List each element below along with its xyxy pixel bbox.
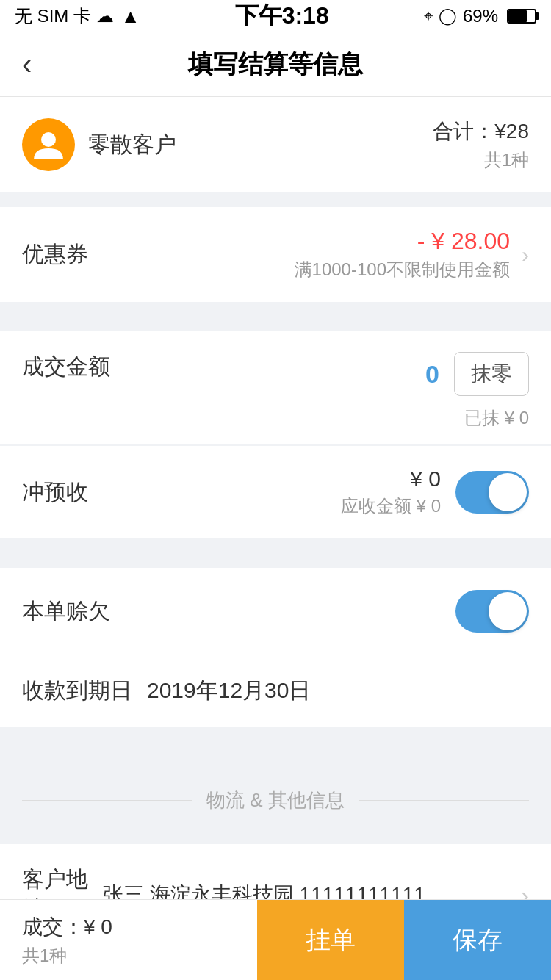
due-date-card: 收款到期日 2019年12月30日 [0, 655, 551, 727]
round-zero-button[interactable]: 抹零 [454, 352, 529, 396]
coupon-amount: - ¥ 28.00 [295, 228, 510, 255]
customer-card: 零散客户 合计：¥28 共1种 [0, 97, 551, 192]
toggle-knob [489, 473, 527, 511]
section-divider-4 [0, 829, 551, 844]
battery-percent: 69% [463, 6, 498, 26]
coupon-right: - ¥ 28.00 满1000-100不限制使用金额 › [295, 228, 529, 281]
due-date-value: 2019年12月30日 [147, 676, 311, 706]
customer-row: 零散客户 合计：¥28 共1种 [0, 97, 551, 192]
battery-icon [507, 9, 536, 24]
customer-name: 零散客户 [88, 130, 176, 160]
coupon-label: 优惠券 [22, 239, 88, 270]
status-left: 无 SIM 卡 ☁ ▲ [15, 4, 140, 28]
customer-totals: 合计：¥28 共1种 [433, 118, 529, 172]
prepay-values: ¥ 0 应收金额 ¥ 0 [341, 466, 441, 518]
bottom-bar: 成交：¥ 0 共1种 挂单 保存 [0, 899, 551, 980]
credit-toggle-knob [489, 592, 527, 630]
coupon-row[interactable]: 优惠券 - ¥ 28.00 满1000-100不限制使用金额 › [0, 207, 551, 302]
location-icon: ⌖ [424, 7, 433, 26]
customer-avatar [22, 118, 75, 171]
prepay-toggle[interactable] [455, 471, 529, 514]
logistics-title: 物流 & 其他信息 [192, 788, 359, 813]
transaction-value[interactable]: 0 [395, 360, 439, 389]
credit-card: 本单赊欠 [0, 568, 551, 655]
bottom-deal-amount: 成交：¥ 0 [22, 913, 235, 941]
page-title: 填写结算等信息 [188, 48, 363, 82]
hold-button[interactable]: 挂单 [257, 900, 404, 981]
coupon-values: - ¥ 28.00 满1000-100不限制使用金额 [295, 228, 510, 281]
person-icon [30, 126, 67, 163]
customer-left: 零散客户 [22, 118, 176, 171]
bottom-summary: 成交：¥ 0 共1种 [0, 913, 257, 968]
due-date-row[interactable]: 收款到期日 2019年12月30日 [0, 655, 551, 727]
due-date-label: 收款到期日 [22, 676, 132, 706]
status-time: 下午3:18 [235, 0, 329, 32]
section-divider-3 [0, 741, 551, 771]
section-divider-1 [0, 317, 551, 331]
total-count: 共1种 [433, 148, 529, 172]
content: 零散客户 合计：¥28 共1种 优惠券 - ¥ 28.00 满1000-100不… [0, 97, 551, 980]
status-bar: 无 SIM 卡 ☁ ▲ 下午3:18 ⌖ ◯ 69% [0, 0, 551, 32]
prepay-label: 冲预收 [22, 478, 88, 508]
svg-point-0 [41, 132, 56, 147]
prepay-sub-value: 应收金额 ¥ 0 [341, 494, 441, 518]
credit-toggle[interactable] [455, 590, 529, 633]
round-zero-sub: 已抹 ¥ 0 [464, 406, 529, 430]
prepay-right: ¥ 0 应收金额 ¥ 0 [341, 466, 529, 518]
total-amount: 合计：¥28 [433, 118, 529, 145]
logistics-header: 物流 & 其他信息 [0, 771, 551, 829]
transaction-row: 成交金额 0 抹零 已抹 ¥ 0 [0, 331, 551, 445]
transaction-card: 成交金额 0 抹零 已抹 ¥ 0 冲预收 ¥ 0 应收金额 ¥ 0 [0, 331, 551, 538]
save-button[interactable]: 保存 [404, 900, 551, 981]
no-sim-text: 无 SIM 卡 ☁ [15, 4, 114, 28]
coupon-card: 优惠券 - ¥ 28.00 满1000-100不限制使用金额 › [0, 207, 551, 302]
bottom-count: 共1种 [22, 944, 235, 968]
credit-label: 本单赊欠 [22, 597, 110, 627]
wifi-icon: ▲ [121, 5, 140, 28]
status-right: ⌖ ◯ 69% [424, 6, 536, 26]
coupon-desc: 满1000-100不限制使用金额 [295, 258, 510, 281]
transaction-label: 成交金额 [22, 352, 110, 382]
chevron-right-icon: › [522, 242, 529, 267]
prepay-row: 冲预收 ¥ 0 应收金额 ¥ 0 [0, 445, 551, 538]
prepay-main-value: ¥ 0 [341, 466, 441, 491]
alarm-icon: ◯ [439, 7, 457, 26]
back-button[interactable]: ‹ [22, 48, 32, 81]
nav-bar: ‹ 填写结算等信息 [0, 32, 551, 97]
section-divider-2 [0, 553, 551, 568]
